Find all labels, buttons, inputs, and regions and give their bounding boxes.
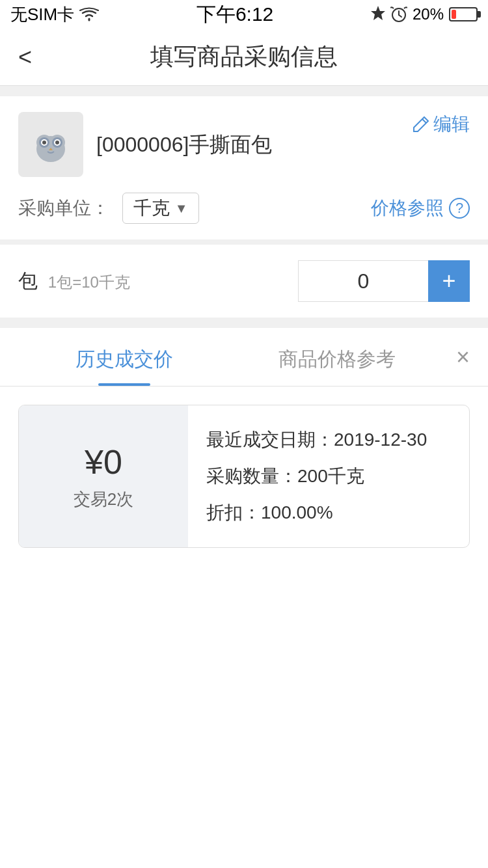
product-info: [0000006]手撕面包 (96, 130, 272, 159)
tab-close-button[interactable]: × (443, 331, 470, 384)
price-card-right: 最近成交日期：2019-12-30 采购数量：200千克 折扣：100.00% (188, 405, 469, 547)
nav-bar: < 填写商品采购信息 (0, 29, 488, 86)
tab-history-label: 历史成交价 (75, 348, 173, 370)
discount-label: 折扣： (206, 502, 261, 522)
unit-value: 千克 (133, 196, 170, 221)
price-ref-label: 价格参照 (371, 196, 444, 221)
help-icon: ? (449, 198, 470, 219)
product-card: [0000006]手撕面包 编辑 采购单位： 千克 ▼ 价格参照 ? (0, 96, 488, 239)
product-name: [0000006]手撕面包 (96, 130, 272, 159)
recent-date-value: 2019-12-30 (334, 429, 427, 450)
svg-point-11 (55, 141, 59, 144)
time-label: 下午6:12 (197, 1, 273, 28)
tab-active-indicator (98, 383, 150, 386)
status-bar: 无SIM卡 下午6:12 20% (0, 0, 488, 29)
gps-icon (371, 6, 385, 23)
price-card-area: ¥0 交易2次 最近成交日期：2019-12-30 采购数量：200千克 折扣：… (0, 387, 488, 566)
price-card: ¥0 交易2次 最近成交日期：2019-12-30 采购数量：200千克 折扣：… (18, 405, 470, 548)
price-amount: ¥0 (85, 442, 122, 481)
purchase-unit-label: 采购单位： (18, 198, 109, 218)
unit-row-left: 采购单位： 千克 ▼ (18, 193, 199, 224)
battery-percent: 20% (413, 5, 444, 23)
price-card-left: ¥0 交易2次 (19, 405, 188, 547)
product-header: [0000006]手撕面包 编辑 (18, 112, 470, 177)
carrier-label: 无SIM卡 (10, 3, 74, 26)
battery-fill (452, 10, 456, 19)
page-title: 填写商品采购信息 (150, 41, 338, 73)
unit-type-label: 包 (18, 270, 38, 292)
edit-label: 编辑 (433, 112, 470, 137)
quantity-control: + (298, 260, 470, 302)
product-left: [0000006]手撕面包 (18, 112, 272, 177)
edit-icon (413, 116, 429, 133)
svg-line-2 (399, 15, 401, 17)
edit-button[interactable]: 编辑 (413, 112, 470, 137)
discount-value: 100.00% (261, 502, 333, 522)
amount-value: 0 (103, 443, 122, 481)
tab-history-price[interactable]: 历史成交价 (18, 328, 230, 386)
discount-row: 折扣：100.00% (206, 499, 451, 526)
battery-icon (449, 7, 478, 21)
price-ref-button[interactable]: 价格参照 ? (371, 196, 470, 221)
unit-selector[interactable]: 千克 ▼ (122, 193, 199, 224)
product-thumbnail (18, 112, 83, 177)
status-right: 20% (371, 5, 478, 23)
currency-symbol: ¥ (85, 443, 103, 481)
wifi-icon (79, 7, 99, 21)
quantity-value: 200千克 (297, 466, 364, 486)
recent-date-label: 最近成交日期： (206, 429, 334, 450)
purchase-row: 采购单位： 千克 ▼ 价格参照 ? (18, 193, 470, 224)
page-body (0, 566, 488, 868)
quantity-label-group: 包 1包=10千克 (18, 268, 130, 295)
alarm-icon (390, 6, 407, 23)
tab-price-ref[interactable]: 商品价格参考 (230, 328, 442, 386)
price-times: 交易2次 (74, 488, 133, 511)
quantity-label: 采购数量： (206, 466, 297, 486)
svg-point-10 (42, 141, 46, 144)
tab-price-ref-label: 商品价格参考 (278, 348, 396, 370)
quantity-input[interactable] (298, 260, 428, 302)
unit-conversion: 1包=10千克 (48, 273, 130, 291)
recent-date-row: 最近成交日期：2019-12-30 (206, 426, 451, 454)
status-left: 无SIM卡 (10, 3, 99, 26)
tab-bar: 历史成交价 商品价格参考 × (0, 328, 488, 387)
quantity-section: 包 1包=10千克 + (0, 241, 488, 318)
owl-icon (28, 122, 74, 167)
svg-line-13 (422, 119, 426, 123)
quantity-plus-button[interactable]: + (428, 260, 470, 302)
unit-dropdown-arrow: ▼ (175, 201, 188, 216)
quantity-row: 采购数量：200千克 (206, 463, 451, 490)
back-button[interactable]: < (18, 44, 32, 71)
